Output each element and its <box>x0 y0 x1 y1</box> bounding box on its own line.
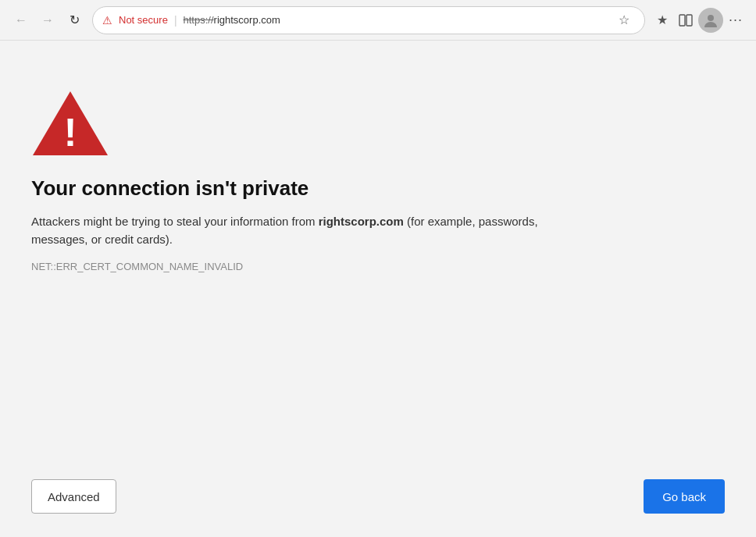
warning-triangle-icon: ! <box>31 87 109 158</box>
forward-button[interactable]: → <box>36 9 59 32</box>
url-text: https://rightscorp.com <box>184 14 280 26</box>
refresh-button[interactable]: ↻ <box>62 9 86 32</box>
avatar-icon <box>702 12 719 29</box>
not-secure-label: Not secure <box>119 14 168 26</box>
split-tab-icon <box>679 13 693 27</box>
url-domain: rightscorp.com <box>214 14 280 26</box>
nav-buttons: ← → ↻ <box>9 9 86 32</box>
separator: | <box>174 14 177 27</box>
svg-point-2 <box>708 15 714 21</box>
split-tab-button[interactable] <box>675 9 697 31</box>
security-warning-icon: ⚠ <box>102 14 112 27</box>
domain-bold: rightscorp.com <box>319 215 404 228</box>
favorites-button[interactable]: ★ <box>651 9 673 31</box>
page-content: ! Your connection isn't private Attacker… <box>0 41 756 537</box>
back-button[interactable]: ← <box>9 9 33 32</box>
error-code: NET::ERR_CERT_COMMON_NAME_INVALID <box>31 261 725 272</box>
avatar[interactable] <box>698 8 723 33</box>
svg-rect-1 <box>686 15 692 26</box>
advanced-button[interactable]: Advanced <box>31 479 116 514</box>
add-bookmark-button[interactable]: ☆ <box>613 9 635 31</box>
description-prefix: Attackers might be trying to steal your … <box>31 215 319 228</box>
menu-button[interactable]: ··· <box>725 9 747 31</box>
go-back-button[interactable]: Go back <box>644 479 725 514</box>
svg-rect-0 <box>679 15 685 26</box>
bottom-bar: Advanced Go back <box>31 479 725 514</box>
address-bar-actions: ☆ <box>613 9 635 31</box>
url-https: https:// <box>184 14 214 26</box>
toolbar-right: ★ ··· <box>651 8 747 33</box>
page-description: Attackers might be trying to steal your … <box>31 213 578 248</box>
page-title: Your connection isn't private <box>31 176 725 201</box>
svg-text:!: ! <box>64 111 77 155</box>
browser-toolbar: ← → ↻ ⚠ Not secure | https://rightscorp.… <box>0 0 756 41</box>
address-bar[interactable]: ⚠ Not secure | https://rightscorp.com ☆ <box>92 6 645 34</box>
